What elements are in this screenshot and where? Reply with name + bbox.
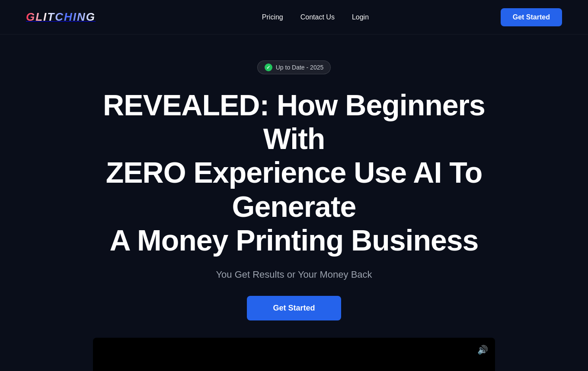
nav-item-login[interactable]: Login — [352, 13, 369, 21]
video-player[interactable]: 🔊 — [93, 338, 495, 371]
navbar: GLITCHING Pricing Contact Us Login Get S… — [0, 0, 588, 35]
nav-get-started-button[interactable]: Get Started — [501, 8, 562, 26]
hero-title: REVEALED: How Beginners With ZERO Experi… — [99, 88, 489, 257]
hero-title-line2: ZERO Experience Use AI To Generate — [106, 156, 483, 222]
hero-title-line1: REVEALED: How Beginners With — [103, 89, 485, 155]
hero-get-started-button[interactable]: Get Started — [247, 296, 341, 320]
nav-item-contact[interactable]: Contact Us — [300, 13, 335, 21]
nav-links: Pricing Contact Us Login — [262, 13, 369, 21]
logo-link[interactable]: GLITCHING — [26, 10, 96, 24]
volume-icon: 🔊 — [477, 345, 488, 355]
badge: Up to Date - 2025 — [257, 60, 331, 74]
hero-section: Up to Date - 2025 REVEALED: How Beginner… — [0, 35, 588, 371]
nav-item-pricing[interactable]: Pricing — [262, 13, 283, 21]
contact-link[interactable]: Contact Us — [300, 13, 335, 21]
badge-text: Up to Date - 2025 — [276, 64, 324, 71]
badge-check-icon — [265, 63, 272, 71]
pricing-link[interactable]: Pricing — [262, 13, 283, 21]
hero-subtitle: You Get Results or Your Money Back — [216, 269, 372, 280]
login-link[interactable]: Login — [352, 13, 369, 21]
brand-logo: GLITCHING — [26, 10, 96, 23]
hero-title-line3: A Money Printing Business — [110, 224, 479, 257]
